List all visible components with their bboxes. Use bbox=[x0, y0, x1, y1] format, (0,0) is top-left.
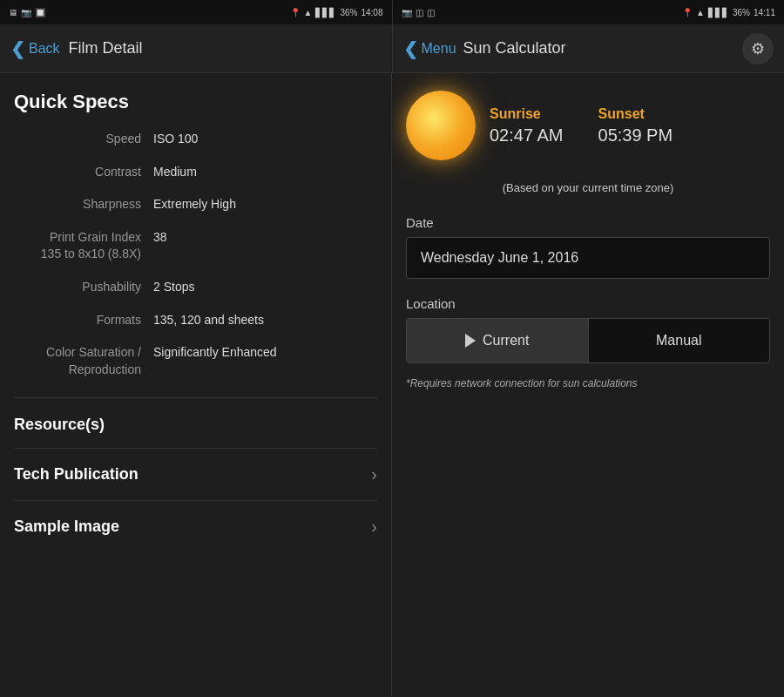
left-panel: Quick Specs Speed ISO 100 Contrast Mediu… bbox=[0, 73, 392, 697]
nav-bars: ❮ Back Film Detail ❮ Menu Sun Calculator… bbox=[0, 24, 784, 73]
sharpness-label: Sharpness bbox=[14, 196, 153, 213]
right-signal-icon: ▋▋▋ bbox=[708, 8, 729, 17]
right-status-right: 📍 ▲ ▋▋▋ 36% 14:11 bbox=[682, 8, 775, 17]
left-icon1: 🖥 bbox=[9, 8, 17, 17]
spec-row-formats: Formats 135, 120 and sheets bbox=[14, 312, 377, 331]
sample-image-label: Sample Image bbox=[14, 518, 119, 536]
sharpness-value: Extremely High bbox=[153, 196, 377, 213]
back-label: Back bbox=[29, 41, 60, 57]
contrast-label: Contrast bbox=[14, 164, 153, 181]
date-label: Date bbox=[406, 215, 770, 230]
grain-value: 38 bbox=[153, 229, 377, 247]
spec-row-speed: Speed ISO 100 bbox=[14, 131, 377, 150]
current-location-button[interactable]: Current bbox=[407, 319, 588, 362]
right-panel: Sunrise 02:47 AM Sunset 05:39 PM (Based … bbox=[392, 73, 784, 697]
back-button[interactable]: ❮ Back bbox=[10, 38, 60, 59]
sunset-time: 05:39 PM bbox=[598, 125, 673, 145]
right-location-icon: 📍 bbox=[682, 8, 693, 17]
film-detail-title: Film Detail bbox=[69, 39, 143, 58]
pushability-label: Pushability bbox=[14, 279, 153, 296]
sun-calculator-title: Sun Calculator bbox=[463, 39, 566, 58]
contrast-value: Medium bbox=[153, 164, 377, 181]
sunrise-group: Sunrise 02:47 AM bbox=[490, 106, 564, 145]
left-status-icons: 🖥 📷 🔲 bbox=[9, 8, 45, 17]
left-icon2: 📷 bbox=[21, 8, 31, 17]
tech-publication-item[interactable]: Tech Publication › bbox=[14, 448, 377, 500]
quick-specs-heading: Quick Specs bbox=[14, 91, 377, 113]
settings-gear-icon: ⚙ bbox=[751, 39, 765, 58]
network-note: *Requires network connection for sun cal… bbox=[406, 377, 770, 389]
tech-publication-label: Tech Publication bbox=[14, 465, 139, 484]
speed-label: Speed bbox=[14, 131, 153, 148]
divider bbox=[14, 397, 377, 398]
spec-row-grain: Print Grain Index135 to 8x10 (8.8X) 38 bbox=[14, 229, 377, 265]
right-icon1: 📷 bbox=[402, 8, 412, 17]
spec-row-contrast: Contrast Medium bbox=[14, 164, 377, 183]
left-time: 14:08 bbox=[361, 8, 382, 17]
right-icon3: ◫ bbox=[427, 8, 435, 17]
left-wifi-icon: ▲ bbox=[304, 8, 313, 17]
sun-graphic bbox=[406, 91, 476, 160]
right-wifi-icon: ▲ bbox=[696, 8, 705, 17]
left-signal-icon: ▋▋▋ bbox=[315, 8, 336, 17]
location-toggle: Current Manual bbox=[406, 318, 770, 363]
grain-label: Print Grain Index135 to 8x10 (8.8X) bbox=[14, 229, 153, 263]
color-saturation-label: Color Saturation /Reproduction bbox=[14, 344, 153, 378]
left-icon3: 🔲 bbox=[35, 8, 45, 17]
spec-row-color-saturation: Color Saturation /Reproduction Significa… bbox=[14, 344, 377, 380]
status-bars: 🖥 📷 🔲 📍 ▲ ▋▋▋ 36% 14:08 📷 ◫ ◫ 📍 ▲ ▋▋▋ 36… bbox=[0, 0, 784, 24]
left-battery-pct: 36% bbox=[340, 8, 357, 17]
location-label: Location bbox=[406, 296, 770, 311]
menu-chevron-icon: ❮ bbox=[403, 38, 418, 59]
manual-location-button[interactable]: Manual bbox=[589, 319, 770, 362]
tech-publication-chevron-icon: › bbox=[371, 464, 377, 484]
menu-button[interactable]: ❮ Menu bbox=[403, 38, 456, 59]
pushability-value: 2 Stops bbox=[153, 279, 377, 296]
formats-label: Formats bbox=[14, 312, 153, 329]
sunrise-label: Sunrise bbox=[490, 106, 564, 122]
speed-value: ISO 100 bbox=[153, 131, 377, 148]
right-nav-bar: ❮ Menu Sun Calculator ⚙ bbox=[392, 24, 785, 72]
date-field[interactable]: Wednesday June 1, 2016 bbox=[406, 237, 770, 279]
settings-button[interactable]: ⚙ bbox=[742, 33, 774, 64]
resources-heading: Resource(s) bbox=[14, 416, 377, 434]
right-status-bar: 📷 ◫ ◫ 📍 ▲ ▋▋▋ 36% 14:11 bbox=[392, 0, 785, 24]
sunrise-time: 02:47 AM bbox=[490, 125, 564, 145]
right-icon2: ◫ bbox=[416, 8, 423, 17]
menu-label: Menu bbox=[422, 41, 456, 57]
spec-row-sharpness: Sharpness Extremely High bbox=[14, 196, 377, 215]
sun-info-area: Sunrise 02:47 AM Sunset 05:39 PM bbox=[406, 91, 770, 160]
sunset-group: Sunset 05:39 PM bbox=[598, 106, 673, 145]
left-status-bar: 🖥 📷 🔲 📍 ▲ ▋▋▋ 36% 14:08 bbox=[0, 0, 392, 24]
manual-button-label: Manual bbox=[656, 333, 701, 348]
back-chevron-icon: ❮ bbox=[10, 38, 25, 59]
right-nav-left: ❮ Menu Sun Calculator bbox=[403, 38, 566, 59]
sample-image-chevron-icon: › bbox=[371, 517, 377, 537]
color-saturation-value: Significantly Enhanced bbox=[153, 344, 377, 362]
formats-value: 135, 120 and sheets bbox=[153, 312, 377, 329]
right-battery-pct: 36% bbox=[733, 8, 750, 17]
sun-times: Sunrise 02:47 AM Sunset 05:39 PM bbox=[490, 106, 672, 145]
main-content: Quick Specs Speed ISO 100 Contrast Mediu… bbox=[0, 73, 784, 697]
left-nav-bar: ❮ Back Film Detail bbox=[0, 24, 392, 72]
right-status-icons-left: 📷 ◫ ◫ bbox=[402, 8, 435, 17]
sunset-label: Sunset bbox=[598, 106, 673, 122]
play-icon bbox=[465, 334, 476, 348]
right-time: 14:11 bbox=[754, 8, 775, 17]
sample-image-item[interactable]: Sample Image › bbox=[14, 500, 377, 552]
spec-row-pushability: Pushability 2 Stops bbox=[14, 279, 377, 298]
left-location-icon: 📍 bbox=[290, 8, 301, 17]
current-button-label: Current bbox=[483, 333, 529, 348]
left-status-right: 📍 ▲ ▋▋▋ 36% 14:08 bbox=[290, 8, 383, 17]
timezone-note: (Based on your current time zone) bbox=[406, 181, 770, 194]
